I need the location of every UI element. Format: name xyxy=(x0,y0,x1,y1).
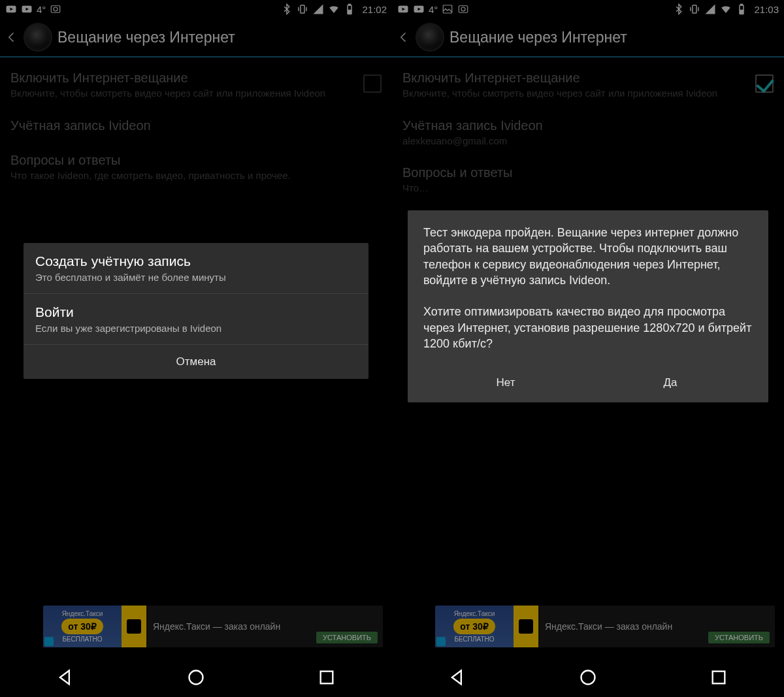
option-title: Создать учётную запись xyxy=(35,253,357,269)
install-button[interactable]: УСТАНОВИТЬ xyxy=(708,632,770,643)
svg-rect-11 xyxy=(321,672,333,684)
ad-promo-tile: Яндекс.Такси от 30₽ БЕСПЛАТНО xyxy=(435,606,514,647)
nav-bar xyxy=(392,658,784,697)
ad-brand: Яндекс.Такси xyxy=(62,610,103,617)
ad-brand: Яндекс.Такси xyxy=(454,610,495,617)
nav-home-icon[interactable] xyxy=(579,668,597,687)
ad-banner[interactable]: Яндекс.Такси от 30₽ БЕСПЛАТНО Яндекс.Так… xyxy=(43,606,383,647)
nav-back-icon[interactable] xyxy=(448,668,466,687)
svg-point-10 xyxy=(189,671,203,685)
nav-recents-icon[interactable] xyxy=(710,668,728,687)
cancel-button[interactable]: Отмена xyxy=(24,345,368,379)
nav-home-icon[interactable] xyxy=(187,668,205,687)
svg-point-23 xyxy=(581,671,595,685)
yes-button[interactable]: Да xyxy=(588,365,753,402)
option-subtitle: Это бесплатно и займёт не более минуты xyxy=(35,272,357,283)
ad-banner[interactable]: Яндекс.Такси от 30₽ БЕСПЛАТНО Яндекс.Так… xyxy=(435,606,775,647)
option-subtitle: Если вы уже зарегистрированы в Ivideon xyxy=(35,323,357,334)
ad-price-badge: от 30₽ xyxy=(453,619,495,634)
nav-bar xyxy=(0,658,392,697)
adchoices-icon[interactable] xyxy=(44,637,54,646)
screen-right: 4° 21:03 xyxy=(392,0,784,697)
no-button[interactable]: Нет xyxy=(423,365,588,402)
ad-price-badge: от 30₽ xyxy=(61,619,103,634)
dialog-message: Тест энкодера пройден. Вещание через инт… xyxy=(423,225,753,351)
ad-free-label: БЕСПЛАТНО xyxy=(454,636,494,643)
create-account-option[interactable]: Создать учётную запись Это бесплатно и з… xyxy=(24,243,368,294)
nav-back-icon[interactable] xyxy=(56,668,74,687)
ad-app-icon xyxy=(514,606,538,647)
install-button[interactable]: УСТАНОВИТЬ xyxy=(316,632,378,643)
login-option[interactable]: Войти Если вы уже зарегистрированы в Ivi… xyxy=(24,294,368,345)
encoder-test-dialog: Тест энкодера пройден. Вещание через инт… xyxy=(408,210,768,402)
account-dialog: Создать учётную запись Это бесплатно и з… xyxy=(24,243,368,379)
ad-free-label: БЕСПЛАТНО xyxy=(62,636,102,643)
nav-recents-icon[interactable] xyxy=(318,668,336,687)
ad-app-icon xyxy=(122,606,146,647)
adchoices-icon[interactable] xyxy=(436,637,446,646)
screen-left: 4° 21:02 xyxy=(0,0,392,697)
ad-promo-tile: Яндекс.Такси от 30₽ БЕСПЛАТНО xyxy=(43,606,122,647)
option-title: Войти xyxy=(35,304,357,320)
svg-rect-24 xyxy=(713,672,725,684)
